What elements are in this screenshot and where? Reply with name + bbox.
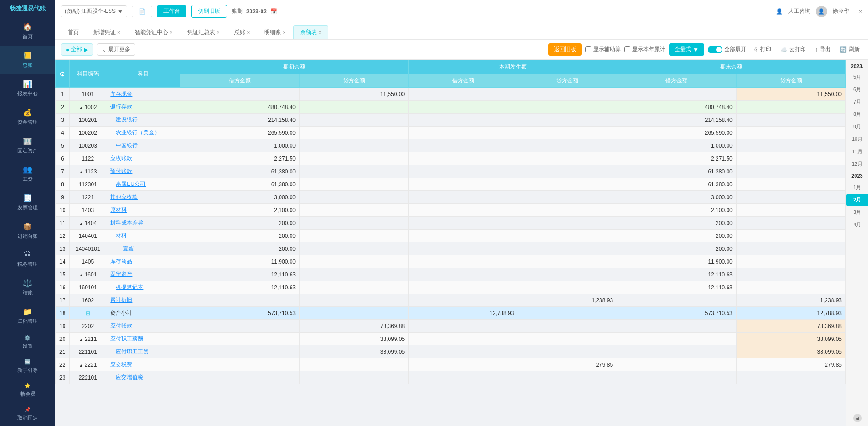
right-month-5[interactable]: 5月 [846, 71, 868, 83]
subject-link[interactable]: 应付职工薪酬 [110, 335, 143, 342]
subject-link[interactable]: 中国银行 [116, 142, 138, 149]
row-name[interactable]: 材料成本差异 [106, 217, 180, 230]
refresh-action[interactable]: 🔄 刷新 [837, 46, 862, 53]
row-name[interactable]: 库存商品 [106, 255, 180, 268]
subject-link[interactable]: 建设银行 [116, 116, 138, 123]
subject-link[interactable]: 壹蛋 [123, 245, 134, 252]
expand-all-toggle[interactable]: 全部展开 [708, 46, 746, 53]
calendar-icon[interactable]: 📅 [270, 8, 277, 15]
row-name[interactable]: 累计折旧 [106, 294, 180, 307]
right-month-10[interactable]: 10月 [846, 133, 868, 145]
subject-link[interactable]: 惠属EU公司 [116, 181, 146, 187]
row-name[interactable]: 原材料 [106, 204, 180, 217]
tab-balance[interactable]: 余额表× [293, 25, 328, 39]
subject-link[interactable]: 其他应收款 [110, 194, 138, 200]
row-name[interactable]: 材料 [106, 230, 180, 242]
sidebar-item-settings[interactable]: ⚙️ 设置 [0, 330, 55, 354]
row-name[interactable]: 应付职工薪酬 [106, 333, 180, 345]
right-panel-close-btn[interactable]: ◀ [853, 414, 862, 422]
show-aux-checkbox[interactable]: 显示辅助算 [585, 46, 621, 53]
tab-voucher-summary[interactable]: 凭证汇总表× [181, 25, 227, 39]
row-name[interactable]: 机提笔记本 [106, 281, 180, 294]
subject-link[interactable]: 应交增值税 [116, 374, 143, 380]
right-month-7[interactable]: 7月 [846, 96, 868, 108]
row-name[interactable]: 库存现金 [106, 88, 180, 101]
tab-home[interactable]: 首页 [61, 25, 86, 39]
subject-link[interactable]: 应付职工工资 [116, 348, 149, 355]
sidebar-item-archive[interactable]: 📁 归档管理 [0, 302, 55, 330]
row-name[interactable]: 壹蛋 [106, 242, 180, 255]
export-action[interactable]: ↑ 导出 [812, 46, 833, 53]
right-month-1[interactable]: 1月 [846, 181, 868, 194]
subject-link[interactable]: 累计折旧 [110, 297, 132, 303]
right-month-2[interactable]: 2月 [846, 194, 868, 206]
subject-link[interactable]: 农业银行（美金） [116, 129, 160, 136]
sidebar-item-home[interactable]: 🏠 首页 [0, 17, 55, 46]
right-month-4[interactable]: 4月 [846, 219, 868, 231]
sidebar-item-unpin[interactable]: 📌 取消固定 [0, 402, 55, 426]
topbar-close[interactable]: × [858, 7, 862, 16]
sidebar-item-guide[interactable]: 🆕 新手引导 [0, 354, 55, 378]
row-name[interactable]: 应收账款 [106, 152, 180, 165]
tab-detail[interactable]: 明细账× [257, 25, 292, 39]
sidebar-item-payroll[interactable]: 👥 工资 [0, 160, 55, 188]
tab-close-voucher-summary[interactable]: × [217, 30, 220, 35]
toggle-control[interactable] [708, 46, 722, 53]
table-scroll[interactable]: ⚙ 科目编码 科目 期初余额 本期发生额 期末余额 借方金额 贷方金额 借方金额… [55, 60, 846, 426]
subject-link[interactable]: 应交税费 [110, 361, 132, 368]
sidebar-item-member[interactable]: ⭐ 畅会员 [0, 378, 55, 402]
tab-smart-verify[interactable]: 智能凭证中心× [128, 25, 180, 39]
tab-close-smart-verify[interactable]: × [170, 30, 173, 35]
full-mode-btn[interactable]: 全量式 ▼ [669, 43, 704, 56]
row-name[interactable]: 应付职工工资 [106, 345, 180, 358]
gear-header[interactable]: ⚙ [56, 60, 70, 88]
row-name[interactable]: 农业银行（美金） [106, 127, 180, 139]
row-name[interactable]: 预付账款 [106, 165, 180, 178]
row-name[interactable]: 应付账款 [106, 320, 180, 333]
doc-button[interactable]: 📄 [132, 6, 152, 17]
tab-ledger[interactable]: 总账× [227, 25, 257, 39]
tab-close-new-voucher[interactable]: × [117, 30, 120, 35]
right-month-12[interactable]: 12月 [846, 158, 868, 170]
expand-more-btn[interactable]: ⌄ 展开更多 [97, 43, 135, 56]
sidebar-item-assets[interactable]: 🏢 固定资产 [0, 131, 55, 160]
subject-link[interactable]: 材料成本差异 [110, 219, 143, 226]
filter-all-btn[interactable]: ● 全部 ▶ [61, 43, 93, 56]
right-month-3[interactable]: 3月 [846, 206, 868, 219]
subject-link[interactable]: 银行存款 [110, 104, 132, 110]
sidebar-item-purchase[interactable]: 📦 进销台账 [0, 217, 55, 245]
tab-new-voucher[interactable]: 新增凭证× [87, 25, 127, 39]
subject-link[interactable]: 固定资产 [110, 271, 132, 277]
subject-link[interactable]: 应收账款 [110, 155, 132, 161]
row-name[interactable]: 应交税费 [106, 358, 180, 371]
subject-link[interactable]: 材料 [116, 232, 127, 239]
tab-close-balance[interactable]: × [319, 30, 321, 35]
subject-link[interactable]: 库存现金 [110, 91, 132, 97]
sidebar-item-invoices[interactable]: 🧾 发票管理 [0, 188, 55, 217]
workspace-button[interactable]: 工作台 [157, 5, 186, 17]
tab-close-detail[interactable]: × [283, 30, 285, 35]
right-month-8[interactable]: 8月 [846, 108, 868, 121]
show-ytd-checkbox[interactable]: 显示本年累计 [624, 46, 665, 53]
sidebar-item-tax[interactable]: 🏛 税务管理 [0, 245, 55, 273]
row-name[interactable]: 其他应收款 [106, 191, 180, 204]
row-name[interactable]: 应交增值税 [106, 371, 180, 384]
sidebar-item-ledger[interactable]: 📒 总账 [0, 46, 55, 74]
user-service[interactable]: 人工咨询 [788, 7, 810, 15]
print-action[interactable]: 🖨 打印 [750, 46, 774, 53]
subject-link[interactable]: 机提笔记本 [116, 284, 143, 290]
right-month-11[interactable]: 11月 [846, 145, 868, 158]
row-name[interactable]: 惠属EU公司 [106, 178, 180, 191]
subject-link[interactable]: 原材料 [110, 207, 127, 213]
right-month-6[interactable]: 6月 [846, 83, 868, 96]
show-ytd-input[interactable] [624, 46, 630, 52]
row-name[interactable]: 建设银行 [106, 114, 180, 127]
right-month-9[interactable]: 9月 [846, 121, 868, 133]
company-selector[interactable]: (勿副) 江西股全-LSS ▼ [61, 5, 127, 17]
subject-link[interactable]: 预付账款 [110, 168, 132, 174]
subject-link[interactable]: 库存商品 [110, 258, 132, 265]
row-name[interactable]: 固定资产 [106, 268, 180, 281]
row-name[interactable]: 银行存款 [106, 101, 180, 114]
row-name[interactable]: 中国银行 [106, 139, 180, 152]
sidebar-item-settlement[interactable]: ⚖️ 结账 [0, 273, 55, 302]
